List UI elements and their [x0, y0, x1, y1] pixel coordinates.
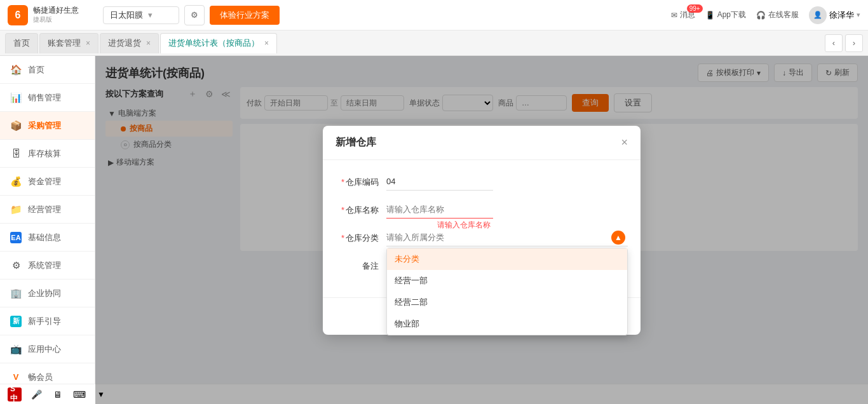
appcenter-icon: 📺 [10, 344, 22, 355]
settings-button[interactable]: ⚙ [184, 5, 205, 25]
warehouse-category-label: 仓库分类 [336, 229, 386, 244]
display-icon[interactable]: 🖥 [51, 387, 65, 401]
tab-home[interactable]: 首页 [5, 33, 38, 53]
sidebar-item-enterprise[interactable]: 🏢 企业协同 [0, 279, 95, 307]
warehouse-category-input[interactable] [386, 229, 628, 246]
sales-icon: 📊 [10, 92, 22, 104]
sidebar-item-finance[interactable]: 💰 资金管理 [0, 168, 95, 196]
guide-icon: 新 [10, 316, 22, 327]
warehouse-category-row: 仓库分类 ▲ 未分类 经营一部 经营二部 物业部 [336, 229, 628, 246]
sidebar-label-basic: 基础信息 [28, 232, 61, 243]
content: 进货单统计(按商品) 🖨 按模板打印 ▾ ↓ 导出 ↻ 刷新 [95, 56, 868, 404]
dropdown-item-1[interactable]: 经营一部 [387, 270, 627, 292]
headset-icon: 🎧 [756, 11, 766, 20]
tab-home-label: 首页 [13, 37, 30, 49]
user-dropdown-icon: ▾ [857, 11, 860, 19]
logo-area: 6 畅捷通好生意 捷易版 [8, 5, 103, 25]
tab-accounts-close[interactable]: × [86, 39, 90, 48]
warehouse-name-wrapper: 请输入仓库名称 [386, 201, 628, 219]
tab-controls: ‹ › [825, 34, 863, 52]
sidebar-item-inventory[interactable]: 🗄 库存核算 [0, 140, 95, 168]
tab-prev-btn[interactable]: ‹ [825, 34, 843, 52]
sidebar-item-home[interactable]: 🏠 首页 [0, 56, 95, 84]
enterprise-icon: 🏢 [10, 288, 22, 299]
sidebar-label-sales: 销售管理 [28, 92, 61, 104]
trial-button[interactable]: 体验行业方案 [210, 6, 280, 25]
dialog-close-button[interactable]: × [621, 136, 628, 149]
member-icon: V [10, 372, 22, 383]
sidebar-label-operations: 经营管理 [28, 204, 61, 215]
tab-next-btn[interactable]: › [845, 34, 863, 52]
category-dropdown-toggle[interactable]: ▲ [611, 231, 625, 245]
warehouse-code-label: 仓库编码 [336, 173, 386, 188]
user-info[interactable]: 👤 徐泽华 ▾ [809, 6, 860, 24]
purchase-icon: 📦 [10, 120, 22, 131]
warehouse-name-input[interactable] [386, 201, 493, 219]
input-method-icon[interactable]: S中 [8, 387, 22, 401]
warehouse-code-input[interactable] [386, 173, 493, 191]
warehouse-name-row: 仓库名称 请输入仓库名称 [336, 201, 628, 219]
sidebar-item-guide[interactable]: 新 新手引导 [0, 307, 95, 335]
dropdown-item-3[interactable]: 物业部 [387, 313, 627, 335]
top-header: 6 畅捷通好生意 捷易版 日太阳膜 ▾ ⚙ 体验行业方案 ✉ 消息 99+ 📱 … [0, 0, 868, 30]
tab-purchase-return[interactable]: 进货退货 × [100, 33, 159, 53]
category-dropdown-list: 未分类 经营一部 经营二部 物业部 [386, 248, 628, 335]
dialog-header: 新增仓库 × [323, 126, 641, 160]
avatar: 👤 [809, 6, 827, 24]
note-label: 备注 [336, 257, 386, 272]
sidebar-label-guide: 新手引导 [28, 316, 61, 327]
system-icon: ⚙ [10, 260, 22, 271]
message-button[interactable]: ✉ 消息 99+ [671, 10, 695, 20]
header-center: 日太阳膜 ▾ ⚙ 体验行业方案 [103, 5, 671, 25]
sidebar-label-home: 首页 [28, 64, 44, 76]
service-button[interactable]: 🎧 在线客服 [756, 10, 799, 20]
basic-icon: EA [10, 232, 22, 243]
logo-icon: 6 [8, 5, 28, 25]
message-badge: 99+ [687, 4, 703, 13]
warehouse-name-label: 仓库名称 [336, 201, 386, 216]
tab-purchase-stats[interactable]: 进货单统计表（按商品） × [160, 33, 277, 53]
sidebar-item-purchase[interactable]: 📦 采购管理 [0, 112, 95, 140]
sidebar-item-appcenter[interactable]: 📺 应用中心 [0, 335, 95, 363]
dropdown-item-0[interactable]: 未分类 [387, 248, 627, 270]
finance-icon: 💰 [10, 176, 22, 187]
tab-accounts[interactable]: 账套管理 × [39, 33, 98, 53]
tab-purchase-stats-close[interactable]: × [264, 39, 269, 48]
tab-accounts-label: 账套管理 [48, 37, 81, 49]
home-icon: 🏠 [10, 64, 22, 76]
sidebar-label-finance: 资金管理 [28, 176, 61, 187]
sidebar-item-operations[interactable]: 📁 经营管理 [0, 196, 95, 224]
sidebar-label-purchase: 采购管理 [28, 120, 61, 131]
header-right: ✉ 消息 99+ 📱 App下载 🎧 在线客服 👤 徐泽华 ▾ [671, 6, 860, 24]
sidebar-label-inventory: 库存核算 [28, 148, 61, 159]
tab-purchase-stats-label: 进货单统计表（按商品） [168, 37, 259, 49]
app-download-button[interactable]: 📱 App下载 [705, 10, 746, 20]
tab-bar: 首页 账套管理 × 进货退货 × 进货单统计表（按商品） × ‹ › [0, 30, 868, 56]
store-selector[interactable]: 日太阳膜 ▾ [103, 6, 179, 24]
phone-icon: 📱 [705, 11, 715, 20]
keyboard-icon[interactable]: ⌨ [72, 387, 86, 401]
sidebar-label-system: 系统管理 [28, 260, 61, 271]
inventory-icon: 🗄 [10, 148, 22, 159]
logo-sub: 捷易版 [33, 15, 79, 24]
store-name: 日太阳膜 [110, 10, 143, 21]
logo-text: 畅捷通好生意 [33, 6, 79, 16]
user-name: 徐泽华 [829, 10, 854, 21]
sidebar: 🏠 首页 📊 销售管理 📦 采购管理 🗄 库存核算 💰 资金管理 📁 经营管理 … [0, 56, 95, 404]
warehouse-code-row: 仓库编码 [336, 173, 628, 191]
sidebar-item-system[interactable]: ⚙ 系统管理 [0, 252, 95, 279]
sidebar-label-member: 畅会员 [28, 372, 53, 383]
dialog-overlay: 新增仓库 × 仓库编码 仓库名称 [95, 56, 868, 404]
warehouse-code-wrapper [386, 173, 628, 191]
sidebar-label-appcenter: 应用中心 [28, 344, 61, 355]
sidebar-label-enterprise: 企业协同 [28, 288, 61, 299]
sidebar-item-basic[interactable]: EA 基础信息 [0, 224, 95, 252]
tab-purchase-return-close[interactable]: × [146, 39, 151, 48]
sidebar-item-sales[interactable]: 📊 销售管理 [0, 84, 95, 112]
operations-icon: 📁 [10, 204, 22, 215]
microphone-icon[interactable]: 🎤 [29, 387, 43, 401]
warehouse-dialog: 新增仓库 × 仓库编码 仓库名称 [323, 126, 641, 335]
main-layout: 🏠 首页 📊 销售管理 📦 采购管理 🗄 库存核算 💰 资金管理 📁 经营管理 … [0, 56, 868, 404]
message-icon: ✉ [671, 11, 677, 20]
dropdown-item-2[interactable]: 经营二部 [387, 292, 627, 313]
